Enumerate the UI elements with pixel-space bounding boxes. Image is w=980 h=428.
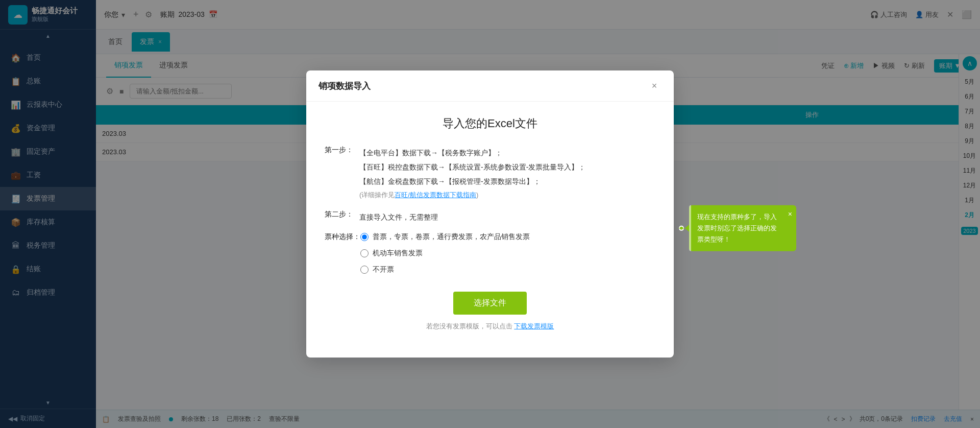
- import-dialog: 销项数据导入 × 导入您的Excel文件 第一步： 【全电平台】数据下载→【税务…: [306, 70, 674, 358]
- step2-label: 第二步：: [325, 210, 359, 224]
- step1-line2: 【百旺】税控盘数据下载→【系统设置-系统参数设置-发票批量导入】；: [359, 160, 585, 174]
- tooltip-bubble: 现在支持的票种多了，导入发票时别忘了选择正确的发票类型呀！ ×: [689, 205, 796, 251]
- tooltip-container: 现在支持的票种多了，导入发票时别忘了选择正确的发票类型呀！ ×: [689, 205, 796, 251]
- radio-motor[interactable]: 机动车销售发票: [360, 249, 530, 258]
- radio-none-input[interactable]: [360, 266, 369, 274]
- dialog-body: 导入您的Excel文件 第一步： 【全电平台】数据下载→【税务数字账户】； 【百…: [306, 102, 674, 358]
- step1-row: 第一步： 【全电平台】数据下载→【税务数字账户】； 【百旺】税控盘数据下载→【系…: [325, 146, 655, 202]
- tooltip-bar: [689, 205, 691, 251]
- radio-normal-input[interactable]: [360, 233, 369, 241]
- step1-line1: 【全电平台】数据下载→【税务数字账户】；: [359, 146, 585, 160]
- select-file-button[interactable]: 选择文件: [453, 292, 527, 315]
- step2-row: 第二步： 直接导入文件，无需整理: [325, 210, 655, 224]
- ticket-label: 票种选择：: [325, 232, 360, 242]
- download-hint: 若您没有发票模版，可以点击 下载发票模版: [325, 322, 655, 331]
- dialog-header: 销项数据导入 ×: [306, 70, 674, 102]
- radio-normal[interactable]: 普票，专票，卷票，通行费发票，农产品销售发票: [360, 232, 530, 242]
- radio-motor-label: 机动车销售发票: [373, 249, 423, 258]
- radio-normal-label: 普票，专票，卷票，通行费发票，农产品销售发票: [373, 232, 530, 242]
- dialog-main-title: 导入您的Excel文件: [325, 116, 655, 131]
- tooltip-close-button[interactable]: ×: [788, 208, 792, 221]
- guide-link[interactable]: 百旺/航信发票数据下载指南: [395, 191, 476, 199]
- step1-label: 第一步：: [325, 146, 359, 202]
- step1-content: 【全电平台】数据下载→【税务数字账户】； 【百旺】税控盘数据下载→【系统设置-系…: [359, 146, 585, 202]
- download-template-link[interactable]: 下载发票模版: [514, 322, 554, 330]
- download-hint-text: 若您没有发票模版，可以点击: [426, 322, 512, 330]
- dialog-footer: 选择文件 若您没有发票模版，可以点击 下载发票模版: [325, 292, 655, 345]
- dialog-title: 销项数据导入: [318, 80, 371, 92]
- dialog-close-button[interactable]: ×: [647, 79, 662, 93]
- tooltip-arrow: [685, 225, 689, 232]
- radio-none-label: 不开票: [373, 265, 394, 274]
- radio-none[interactable]: 不开票: [360, 265, 530, 274]
- tooltip-text: 现在支持的票种多了，导入发票时别忘了选择正确的发票类型呀！: [697, 213, 777, 243]
- ticket-type-section: 票种选择： 普票，专票，卷票，通行费发票，农产品销售发票 机动车销售发票 不开票: [325, 232, 655, 281]
- step1-line3: 【航信】金税盘数据下载→【报税管理-发票数据导出】；: [359, 174, 585, 188]
- radio-group: 普票，专票，卷票，通行费发票，农产品销售发票 机动车销售发票 不开票: [360, 232, 530, 281]
- step1-hint: (详细操作见百旺/航信发票数据下载指南): [359, 188, 585, 202]
- radio-motor-input[interactable]: [360, 249, 369, 257]
- step2-content: 直接导入文件，无需整理: [359, 210, 438, 224]
